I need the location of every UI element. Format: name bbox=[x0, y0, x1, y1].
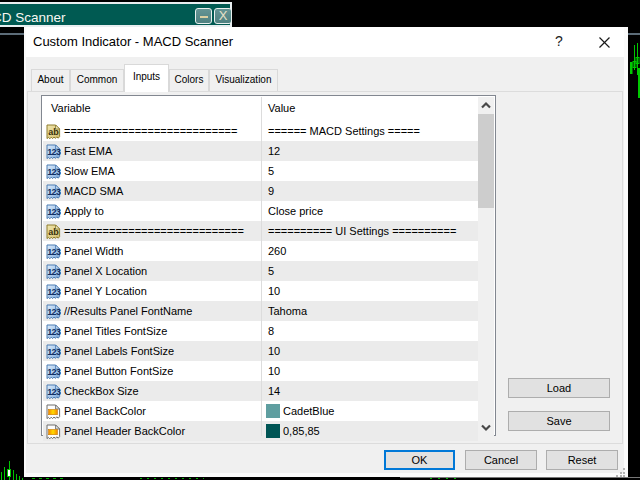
svg-text:123: 123 bbox=[47, 287, 61, 297]
svg-text:123: 123 bbox=[47, 187, 61, 197]
svg-text:123: 123 bbox=[47, 387, 61, 397]
svg-text:123: 123 bbox=[47, 247, 61, 257]
svg-text:123: 123 bbox=[47, 147, 61, 157]
svg-text:123: 123 bbox=[47, 167, 61, 177]
svg-text:123: 123 bbox=[47, 367, 61, 377]
svg-text:123: 123 bbox=[47, 207, 61, 217]
svg-text:123: 123 bbox=[47, 347, 61, 357]
svg-text:ab: ab bbox=[48, 127, 59, 137]
svg-text:123: 123 bbox=[47, 327, 61, 337]
svg-text:123: 123 bbox=[47, 307, 61, 317]
svg-text:123: 123 bbox=[47, 267, 61, 277]
svg-text:ab: ab bbox=[48, 227, 59, 237]
